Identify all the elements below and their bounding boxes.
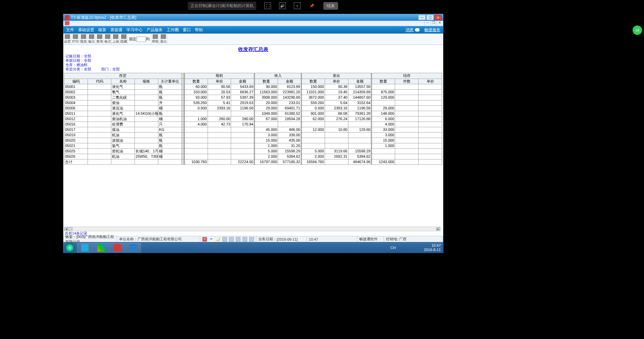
grid-cell[interactable] <box>419 105 442 111</box>
grid-cell[interactable] <box>181 100 184 105</box>
grid-cell[interactable]: 91380.52 <box>278 111 302 116</box>
grid-cell[interactable] <box>395 138 419 143</box>
grid-cell[interactable] <box>208 159 231 164</box>
grid-cell[interactable]: 合计 <box>64 159 88 164</box>
grid-cell[interactable]: 150.000 <box>301 84 325 89</box>
grid-cell[interactable]: 只 <box>158 122 181 127</box>
menu-message[interactable]: 消息 <box>406 27 414 33</box>
header-a0[interactable]: 金额 <box>231 79 255 84</box>
grid-cell[interactable]: 90.000 <box>255 84 278 89</box>
grid-cell[interactable] <box>395 89 419 95</box>
grid-cell[interactable]: 瓶 <box>158 132 181 138</box>
grid-cell[interactable] <box>419 132 442 138</box>
tool-exit-button[interactable]: 退出 <box>159 34 167 45</box>
grid-cell[interactable]: 223981.20 <box>278 89 302 95</box>
table-row[interactable]: 05016处理费只4.00042.73170.944.000 <box>64 122 442 127</box>
grid-cell[interactable]: 5433.69 <box>231 84 255 89</box>
tool-setting-button[interactable]: 设置 <box>63 34 71 45</box>
grid-cell[interactable] <box>88 100 111 105</box>
grid-cell[interactable]: 330.00 <box>278 132 302 138</box>
grid-cell[interactable]: 16584.760 <box>301 159 325 164</box>
grid-cell[interactable]: 5384.62 <box>348 154 372 159</box>
grid-cell[interactable]: 氩气 <box>111 143 135 148</box>
grid-cell[interactable]: 05002 <box>64 89 88 95</box>
grid-cell[interactable]: 2919.63 <box>231 100 255 105</box>
grid-cell[interactable]: 486.00 <box>278 127 302 132</box>
table-row[interactable]: 05021氩气瓶1.00031.201.000 <box>64 143 442 148</box>
grid-cell[interactable] <box>181 105 184 111</box>
grid-cell[interactable]: 333.000 <box>184 89 208 95</box>
grid-cell[interactable]: 435.00 <box>278 138 302 143</box>
grid-cell[interactable]: 05020 <box>64 138 88 143</box>
grid-cell[interactable]: 3.000 <box>255 132 278 138</box>
grid-cell[interactable]: 桶 <box>158 105 181 111</box>
grid-cell[interactable]: 6836.27 <box>231 89 255 95</box>
grid-cell[interactable]: 20.53 <box>208 89 231 95</box>
grid-cell[interactable] <box>231 138 255 143</box>
grid-cell[interactable]: 瓶 <box>158 89 181 95</box>
grid-cell[interactable] <box>88 84 111 89</box>
grid-cell[interactable] <box>395 111 419 116</box>
grid-cell[interactable] <box>301 122 325 127</box>
grid-cell[interactable]: 79361.28 <box>348 111 372 116</box>
grid-cell[interactable] <box>135 132 158 138</box>
grid-cell[interactable] <box>181 132 184 138</box>
menu-service[interactable]: 畅捷服务 <box>424 27 440 33</box>
taskbar-item-app1[interactable] <box>109 243 125 252</box>
grid-cell[interactable] <box>88 148 111 154</box>
grid-cell[interactable]: 42.73 <box>208 122 231 127</box>
grid-cell[interactable] <box>181 143 184 148</box>
grid-cell[interactable]: 901.000 <box>301 111 325 116</box>
grid-cell[interactable]: 3152.64 <box>348 100 372 105</box>
menu-help[interactable]: 帮助 <box>195 27 203 33</box>
grid-cell[interactable] <box>419 154 442 159</box>
grid-cell[interactable] <box>348 138 372 143</box>
ime-cn-icon[interactable]: 中 <box>209 237 214 242</box>
grid-cell[interactable] <box>325 122 348 127</box>
grid-cell[interactable] <box>255 122 278 127</box>
grid-cell[interactable]: 柴油 <box>111 100 135 105</box>
tool-hide-button[interactable]: 隐藏 <box>120 34 128 45</box>
header-spec[interactable]: 规格 <box>135 79 158 84</box>
grid-cell[interactable]: 2.000 <box>301 154 325 159</box>
header-barcode[interactable]: 代码 <box>88 79 111 84</box>
grid-cell[interactable]: 15.000 <box>255 138 278 143</box>
grid-cell[interactable]: 5384.62 <box>278 154 302 159</box>
grid-cell[interactable] <box>158 159 181 164</box>
end-session-button[interactable]: 结束 <box>323 2 338 10</box>
grid-cell[interactable]: 62.000 <box>301 116 325 122</box>
header-po[interactable]: 单价 <box>325 79 348 84</box>
grid-cell[interactable]: 15598.29 <box>278 148 302 154</box>
grid-cell[interactable] <box>419 148 442 154</box>
grid-cell[interactable] <box>419 89 442 95</box>
grid-cell[interactable]: 13557.58 <box>348 84 372 89</box>
grid-cell[interactable] <box>348 122 372 127</box>
menu-workgroup[interactable]: 工作圈 <box>167 27 179 33</box>
mdi-restore-button[interactable]: ❐ <box>430 21 436 26</box>
grid-cell[interactable]: 05012 <box>64 116 88 122</box>
tool-output-button[interactable]: 输出 <box>88 34 96 45</box>
table-row[interactable]: 05003二氧化碳瓶93.00057.935387.393908.0001432… <box>64 95 442 100</box>
grid-cell[interactable] <box>88 122 111 127</box>
mdi-close-button[interactable]: ✕ <box>436 21 442 26</box>
grid-cell[interactable] <box>181 159 184 164</box>
person-icon[interactable] <box>236 237 240 242</box>
grid-cell[interactable] <box>88 89 111 95</box>
grid-cell[interactable]: 3872.000 <box>301 95 325 100</box>
grid-cell[interactable]: 煤油 <box>111 127 135 132</box>
grid-cell[interactable] <box>208 148 231 154</box>
grid-cell[interactable]: 05016 <box>64 122 88 127</box>
grid-cell[interactable]: 柴油机油 <box>111 116 135 122</box>
grid-cell[interactable]: 129.60 <box>348 127 372 132</box>
grid-cell[interactable]: 12.000 <box>301 127 325 132</box>
grid-cell[interactable]: 3908.000 <box>255 95 278 100</box>
grid-cell[interactable] <box>419 127 442 132</box>
grid-cell[interactable] <box>135 143 158 148</box>
grid-cell[interactable]: 129.000 <box>372 95 395 100</box>
grid-cell[interactable]: 0.500 <box>301 105 325 111</box>
grid-cell[interactable]: 瓶 <box>158 138 181 143</box>
grid-cell[interactable] <box>395 132 419 138</box>
grid-cell[interactable]: 桶 <box>158 116 181 122</box>
table-row[interactable]: 05025齿轮油长城140、170KG桶5.00015598.295.00031… <box>64 148 442 154</box>
table-row[interactable]: 05001液化气瓶60.00090.565433.6990.0008123.89… <box>64 84 442 89</box>
